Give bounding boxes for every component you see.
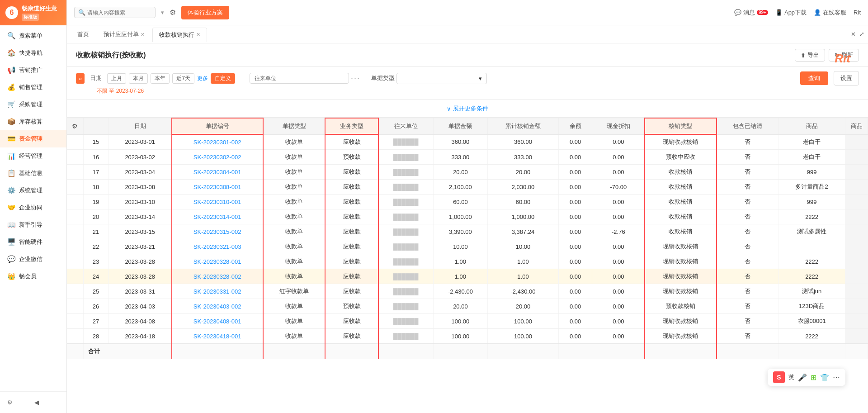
doc-no-link[interactable]: SK-20230418-001 [193,333,241,340]
date-btn-custom[interactable]: 自定义 [211,73,235,84]
td-doc-no[interactable]: SK-20230418-001 [172,329,263,344]
tab-payable[interactable]: 预计应应付单 ✕ [97,27,151,41]
sidebar-item-finance[interactable]: 💳 资金管理 [0,130,66,147]
filter-expand-btn-left[interactable]: » [76,73,85,84]
td-doc-no[interactable]: SK-20230331-002 [172,284,263,299]
doc-no-link[interactable]: SK-20230302-002 [193,154,241,161]
td-date: 2023-03-14 [108,209,171,224]
td-amount: 360.00 [433,134,487,150]
unit-input[interactable] [250,73,349,84]
sidebar-item-inventory[interactable]: 📦 库存核算 [0,113,66,130]
th-balance[interactable]: 余额 [558,118,592,134]
sidebar-item-search[interactable]: 🔍 搜索菜单 [0,27,66,44]
date-more[interactable]: 更多 [197,75,208,82]
sidebar-item-member[interactable]: 👑 畅会员 [0,268,66,285]
td-doc-no[interactable]: SK-20230304-001 [172,165,263,180]
td-doc-no[interactable]: SK-20230315-002 [172,224,263,239]
doc-no-link[interactable]: SK-20230304-001 [193,169,241,176]
tab-receipt-close[interactable]: ✕ [196,32,200,38]
td-doc-no[interactable]: SK-20230301-002 [172,134,263,150]
table-wrap[interactable]: ⚙ 日期 单据编号 单据类型 业务类型 往来单位 单据金额 累计核销金额 余额 … [67,118,868,413]
th-product2[interactable]: 商品 [845,118,868,134]
td-doc-no[interactable]: SK-20230408-001 [172,314,263,329]
doc-no-link[interactable]: SK-20230331-002 [193,288,241,295]
doc-no-link[interactable]: SK-20230408-001 [193,318,241,325]
expand-more-btn[interactable]: ∨ 展开更多条件 [76,102,859,115]
doc-no-link[interactable]: SK-20230301-002 [193,139,241,146]
doc-no-link[interactable]: SK-20230321-003 [193,243,241,250]
sidebar-item-hardware[interactable]: 🖥️ 智能硬件 [0,233,66,251]
td-index: 26 [83,299,108,314]
td-doc-no[interactable]: SK-20230310-001 [172,195,263,209]
dots-icon[interactable]: ⋯ [833,373,840,382]
sidebar-settings[interactable]: ⚙ ◀ [0,395,66,409]
table-row: 20 2023-03-14 SK-20230314-001 收款单 应收款 ██… [67,209,868,224]
th-write-type[interactable]: 核销类型 [645,118,716,134]
grid-icon[interactable]: ⊞ [811,373,816,382]
date-btn-this-month[interactable]: 本月 [129,73,148,84]
sidebar-item-wechat[interactable]: 💬 企业微信 [0,251,66,268]
td-total-discount [592,344,645,359]
gear-icon[interactable]: ⚙ [72,123,78,130]
mic-icon[interactable]: 🎤 [798,373,807,382]
sidebar-item-marketing[interactable]: 📢 营销推广 [0,62,66,79]
sidebar-item-guide[interactable]: 📖 新手引导 [0,216,66,233]
user-name[interactable]: Rit [854,9,861,16]
th-amount[interactable]: 单据金额 [433,118,487,134]
th-partner[interactable]: 往来单位 [378,118,434,134]
tab-maximize-icon[interactable]: ⤢ [859,31,864,38]
doc-no-link[interactable]: SK-20230315-002 [193,228,241,235]
th-settings[interactable]: ⚙ [67,118,83,134]
th-doc-no[interactable]: 单据编号 [172,118,263,134]
td-product2 [845,314,868,329]
query-button[interactable]: 查询 [800,71,828,85]
th-doc-type[interactable]: 单据类型 [263,118,326,134]
td-doc-no[interactable]: SK-20230302-002 [172,150,263,165]
doc-no-link[interactable]: SK-20230314-001 [193,214,241,220]
date-btn-this-year[interactable]: 本年 [151,73,170,84]
td-doc-no[interactable]: SK-20230314-001 [172,209,263,224]
sidebar-item-shortcut[interactable]: 🏠 快捷导航 [0,44,66,62]
th-product[interactable]: 商品 [778,118,845,134]
td-amount: 20.00 [433,165,487,180]
doc-no-link[interactable]: SK-20230403-002 [193,303,241,310]
th-biz-type[interactable]: 业务类型 [325,118,378,134]
tab-home[interactable]: 首页 [71,27,96,41]
th-cash-discount[interactable]: 现金折扣 [592,118,645,134]
sidebar-item-system[interactable]: ⚙️ 系统管理 [0,182,66,199]
message-icon: 💬 [734,9,741,16]
date-btn-last-month[interactable]: 上月 [107,73,126,84]
sidebar-item-purchase[interactable]: 🛒 采购管理 [0,96,66,113]
service-button[interactable]: 👤 在线客服 [814,9,846,17]
sidebar-item-basics[interactable]: 📋 基础信息 [0,165,66,182]
sidebar-item-enterprise[interactable]: 🤝 企业协同 [0,199,66,216]
doc-no-link[interactable]: SK-20230308-001 [193,184,241,190]
doc-no-link[interactable]: SK-20230328-001 [193,258,241,265]
type-select[interactable]: ▾ [396,73,487,84]
td-doc-no[interactable]: SK-20230403-002 [172,299,263,314]
shirt-icon[interactable]: 👕 [820,373,829,382]
date-btn-7days[interactable]: 近7天 [172,73,194,84]
topbar-search-input[interactable] [87,9,151,16]
td-doc-no[interactable]: SK-20230328-001 [172,254,263,269]
topbar-gear-icon[interactable]: ⚙ [170,8,176,17]
doc-no-link[interactable]: SK-20230328-002 [193,273,241,280]
tab-receipt[interactable]: 收款核销执行 ✕ [152,28,207,42]
sidebar-item-sales[interactable]: 💰 销售管理 [0,79,66,96]
th-date[interactable]: 日期 [108,118,171,134]
th-total-write[interactable]: 累计核销金额 [488,118,559,134]
message-button[interactable]: 💬 消息 99+ [734,9,768,17]
tab-payable-close[interactable]: ✕ [141,32,145,38]
tab-close-window-icon[interactable]: ✕ [851,31,856,38]
sidebar-item-operations[interactable]: 📊 经营管理 [0,147,66,165]
doc-no-link[interactable]: SK-20230310-001 [193,199,241,205]
settings-button[interactable]: 设置 [834,71,859,85]
td-doc-no[interactable]: SK-20230321-003 [172,239,263,254]
th-include-settled[interactable]: 包含已结清 [717,118,778,134]
expand-arrow-icon[interactable]: » [76,73,85,84]
export-button[interactable]: ⬆ 导出 [795,49,825,62]
td-doc-no[interactable]: SK-20230328-002 [172,269,263,284]
td-doc-no[interactable]: SK-20230308-001 [172,180,263,195]
solution-button[interactable]: 体验行业方案 [181,6,229,19]
app-download-button[interactable]: 📱 App下载 [775,9,807,17]
